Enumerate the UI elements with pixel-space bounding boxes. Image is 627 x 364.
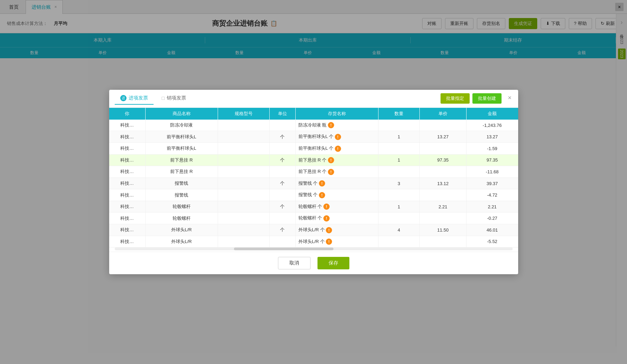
cell-spec (218, 177, 269, 189)
cell-inventory: 外球头L/R 个 ! (295, 236, 378, 248)
cell-spec (218, 224, 269, 236)
warning-icon: ! (323, 215, 330, 222)
table-row[interactable]: 科技…前下悬挂 R个前下悬挂 R 个 !197.3597.35 (109, 154, 518, 166)
incoming-tab-icon: 进 (120, 95, 127, 101)
cell-amount: -11.68 (466, 166, 518, 178)
batch-create-button[interactable]: 批量创建 (472, 93, 502, 104)
table-row[interactable]: 科技…防冻冷却液防冻冷却液 瓶 !-1,243.76 (109, 120, 518, 131)
warning-icon: ! (323, 203, 330, 210)
cell-qty (378, 120, 419, 131)
cell-price: 11.50 (420, 224, 466, 236)
outgoing-tab-label: 销项发票 (167, 95, 186, 101)
cell-inventory: 前下悬挂 R 个 ! (295, 154, 378, 166)
cell-price: 13.27 (420, 131, 466, 143)
incoming-tab-label: 进项发票 (129, 95, 148, 101)
cell-qty: 4 (378, 224, 419, 236)
cell-unit (270, 166, 296, 178)
col-header-qty: 数量 (378, 108, 419, 120)
modal-overlay: 进 进项发票 □ 销项发票 批量指定 批量创建 × 你 (0, 0, 627, 364)
col-header-amount: 金额 (466, 108, 518, 120)
cell-qty (378, 143, 419, 155)
table-row[interactable]: 科技…外球头L/R个外球头L/R 个 !411.5046.01 (109, 224, 518, 236)
cell-unit (270, 120, 296, 131)
dialog-table-container: 你 商品名称 规格型号 单位 存货名称 数量 单价 金额 科技…防冻冷却液防冻冷… (109, 108, 518, 248)
cell-inventory: 前下悬挂 R 个 ! (295, 166, 378, 178)
cell-amount: 46.01 (466, 224, 518, 236)
cell-spec (218, 131, 269, 143)
warning-icon: ! (328, 169, 334, 175)
dialog-header: 进 进项发票 □ 销项发票 批量指定 批量创建 × (109, 90, 518, 108)
cell-inventory: 前平衡杆球头L 个 ! (295, 143, 378, 155)
cell-unit: 个 (270, 177, 296, 189)
cell-amount: 2.21 (466, 201, 518, 213)
dialog: 进 进项发票 □ 销项发票 批量指定 批量创建 × 你 (109, 90, 518, 274)
cell-id: 科技… (109, 224, 146, 236)
cell-inventory: 报警线 个 ! (295, 177, 378, 189)
cell-amount: -5.52 (466, 236, 518, 248)
col-header-spec: 规格型号 (218, 108, 269, 120)
cell-inventory: 外球头L/R 个 ! (295, 224, 378, 236)
cell-price (420, 166, 466, 178)
cell-amount: 13.27 (466, 131, 518, 143)
warning-icon: ! (319, 180, 325, 187)
cell-product: 前下悬挂 R (145, 166, 218, 178)
col-header-product: 商品名称 (145, 108, 218, 120)
cell-spec (218, 236, 269, 248)
cell-spec (218, 166, 269, 178)
cell-spec (218, 143, 269, 155)
cell-inventory: 轮毂螺杆 个 ! (295, 201, 378, 213)
cell-spec (218, 189, 269, 201)
cell-amount: 39.37 (466, 177, 518, 189)
warning-icon: ! (335, 134, 341, 140)
outgoing-tab-icon: □ (162, 95, 165, 101)
cell-spec (218, 120, 269, 131)
cell-product: 报警线 (145, 189, 218, 201)
cancel-button[interactable]: 取消 (278, 257, 311, 269)
table-row[interactable]: 科技…报警线报警线 个 !-4.72 (109, 189, 518, 201)
table-row[interactable]: 科技…轮毂螺杆轮毂螺杆 个 !-0.27 (109, 213, 518, 224)
cell-amount: -4.72 (466, 189, 518, 201)
cell-qty: 1 (378, 154, 419, 166)
warning-icon: ! (326, 239, 332, 245)
col-header-id: 你 (109, 108, 146, 120)
cell-id: 科技… (109, 189, 146, 201)
cell-inventory: 报警线 个 ! (295, 189, 378, 201)
cell-qty: 1 (378, 131, 419, 143)
table-row[interactable]: 科技…外球头L/R外球头L/R 个 !-5.52 (109, 236, 518, 248)
table-row[interactable]: 科技…前下悬挂 R前下悬挂 R 个 !-11.68 (109, 166, 518, 178)
cell-qty: 1 (378, 201, 419, 213)
cell-price (420, 213, 466, 224)
cell-unit (270, 189, 296, 201)
dialog-action-buttons: 批量指定 批量创建 (441, 93, 513, 104)
save-button[interactable]: 保存 (317, 257, 349, 269)
cell-spec (218, 213, 269, 224)
warning-icon: ! (326, 227, 332, 233)
tab-outgoing-invoice[interactable]: □ 销项发票 (156, 92, 192, 105)
batch-assign-button[interactable]: 批量指定 (441, 93, 470, 104)
cell-id: 科技… (109, 201, 146, 213)
cell-id: 科技… (109, 166, 146, 178)
cell-price: 13.12 (420, 177, 466, 189)
cell-unit (270, 143, 296, 155)
cell-id: 科技… (109, 131, 146, 143)
warning-icon: ! (335, 146, 341, 152)
horizontal-scrollbar[interactable] (115, 248, 513, 250)
cell-id: 科技… (109, 120, 146, 131)
table-row[interactable]: 科技…前平衡杆球头L个前平衡杆球头L 个 !113.2713.27 (109, 131, 518, 143)
cell-price: 97.35 (420, 154, 466, 166)
table-row[interactable]: 科技…前平衡杆球头L前平衡杆球头L 个 !-1.59 (109, 143, 518, 155)
scrollbar-thumb (234, 248, 333, 250)
cell-product: 前下悬挂 R (145, 154, 218, 166)
dialog-close-button[interactable]: × (506, 94, 514, 102)
cell-product: 前平衡杆球头L (145, 143, 218, 155)
tab-incoming-invoice[interactable]: 进 进项发票 (115, 92, 154, 105)
warning-icon: ! (328, 157, 334, 163)
cell-qty (378, 213, 419, 224)
cell-price (420, 236, 466, 248)
table-row[interactable]: 科技…轮毂螺杆个轮毂螺杆 个 !12.212.21 (109, 201, 518, 213)
cell-unit: 个 (270, 224, 296, 236)
cell-amount: -1,243.76 (466, 120, 518, 131)
cell-product: 报警线 (145, 177, 218, 189)
cell-unit (270, 236, 296, 248)
table-row[interactable]: 科技…报警线个报警线 个 !313.1239.37 (109, 177, 518, 189)
